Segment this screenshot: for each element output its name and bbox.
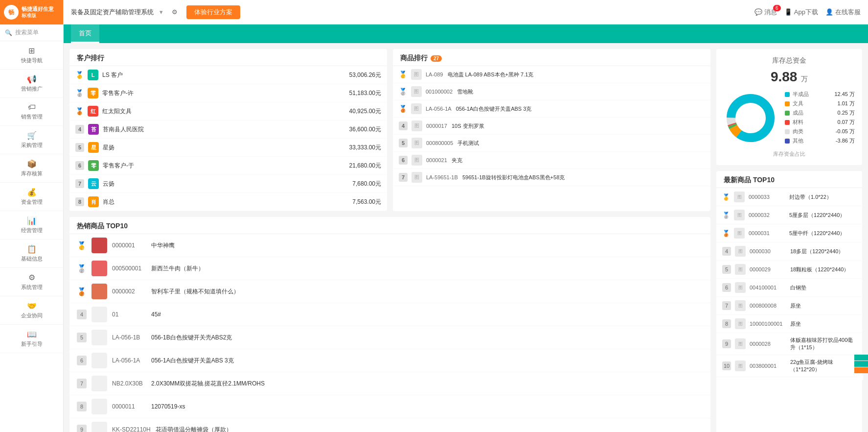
latest-product-code: 0000032 (749, 212, 785, 218)
sidebar-item-operations[interactable]: 📊 经营管理 (0, 211, 63, 240)
cs-hotline-button[interactable]: 客服热线 (854, 355, 868, 360)
legend-value: 12.45 万 (834, 91, 855, 98)
product-info: 0000021 夹克 (426, 157, 705, 164)
sidebar-item-guide[interactable]: 📖 新手引导 (0, 325, 63, 353)
product-rank-item: 4 图 0000017 10S 变刑罗浆 (393, 118, 710, 135)
sidebar: 畅 畅捷通好生意 标准版 🔍 搜索菜单 ⊞ 快捷导航 📢 营销推广 🏷 销售管理… (0, 0, 64, 432)
hot-product-name: 056-1A白色按键开关盖ABS 3克 (151, 357, 234, 365)
latest-product-item: 9 图 0000028 体贩嘉核味苏打饮品400毫升（1*15） (716, 333, 862, 355)
message-badge[interactable]: 💬 消息 6 (754, 8, 777, 17)
rank-number: 10 (722, 361, 731, 370)
hot-product-image (91, 353, 107, 368)
tab-home[interactable]: 首页 (71, 24, 99, 43)
product-thumb: 图 (411, 155, 422, 166)
purchase-icon: 🛒 (27, 131, 37, 140)
rank-medal-icon: 🥈 (722, 212, 730, 219)
latest-product-name: 体贩嘉核味苏打饮品400毫升（1*15） (790, 336, 856, 351)
product-ranking-header: 商品排行 27 (393, 49, 710, 66)
product-code: LA-089 (426, 72, 443, 77)
inventory-icon: 📦 (27, 159, 37, 168)
trial-button[interactable]: 体验行业方案 (186, 5, 240, 19)
sidebar-item-purchase[interactable]: 🛒 采购管理 (0, 126, 63, 154)
rank-name: 苔南县人民医院 (103, 125, 345, 134)
inventory-subtitle: 库存资金占比 (724, 150, 855, 158)
legend-name: 成品 (793, 109, 835, 117)
hot-product-item: 8 0000011 12070519-xs (69, 395, 710, 418)
latest-product-item: 🥈 图 0000032 5厘多层（1220*2440） (716, 206, 862, 224)
sidebar-item-sales[interactable]: 🏷 销售管理 (0, 98, 63, 126)
sidebar-item-basic-info[interactable]: 📋 基础信息 (0, 240, 63, 268)
logo-subtitle: 标准版 (22, 12, 54, 19)
app-download-label: App下载 (794, 8, 818, 17)
rank-number: 8 (77, 402, 87, 411)
product-rank-item: 5 图 000800005 手机测试 (393, 135, 710, 152)
latest-product-code: 000800008 (750, 303, 786, 309)
hot-product-name: 45# (151, 311, 161, 318)
product-thumb: 图 (411, 103, 422, 114)
inventory-amount: 9.88 (771, 69, 798, 84)
rank-medal-icon: 🥉 (77, 287, 87, 296)
legend-value: -0.05 万 (836, 128, 855, 135)
sidebar-item-marketing[interactable]: 📢 营销推广 (0, 70, 63, 98)
product-thumb: 图 (411, 86, 422, 97)
legend-name: 半成品 (793, 91, 831, 98)
marketing-icon: 📢 (27, 74, 37, 84)
sidebar-item-quick-nav[interactable]: ⊞ 快捷导航 (0, 41, 63, 70)
rank-name: 肖总 (103, 198, 348, 206)
dropdown-arrow-icon[interactable]: ▾ (160, 8, 163, 16)
sidebar-item-system[interactable]: ⚙ 系统管理 (0, 268, 63, 296)
hot-product-name: 056-1B白色按键开关壳ABS2克 (151, 334, 232, 342)
logo-icon: 畅 (4, 5, 19, 20)
latest-product-thumb: 图 (735, 282, 746, 293)
legend-item: 肉类 -0.05 万 (785, 128, 855, 135)
sidebar-item-label: 库存核算 (21, 170, 43, 177)
rank-number: 5 (399, 139, 408, 147)
cs-community-button[interactable]: 服务社区 (854, 361, 868, 367)
rank-number: 5 (722, 265, 731, 274)
rank-avatar: 星 (88, 142, 99, 153)
latest-product-item: 8 图 10000100001 原坐 (716, 315, 862, 333)
sidebar-item-label: 系统管理 (21, 284, 43, 291)
rank-name: 零售客户-于 (103, 162, 345, 170)
online-service-badge[interactable]: 👤 在线客服 (825, 8, 861, 17)
latest-product-thumb: 图 (735, 300, 746, 311)
hot-product-item: 6 LA-056-1A 056-1A白色按键开关盖ABS 3克 (69, 349, 710, 372)
rank-number: 9 (77, 425, 87, 432)
rank-medal-icon: 🥇 (722, 193, 730, 201)
inventory-unit: 万 (801, 75, 808, 83)
rank-number: 8 (722, 319, 731, 328)
sidebar-item-inventory[interactable]: 📦 库存核算 (0, 154, 63, 183)
settings-icon[interactable]: ⚙ (172, 8, 178, 16)
rank-amount: 33,333.00元 (349, 144, 381, 152)
cs-live-button[interactable]: 直播 (854, 367, 868, 373)
hot-product-image (91, 376, 107, 391)
sidebar-item-cooperation[interactable]: 🤝 企业协同 (0, 296, 63, 325)
sidebar-search[interactable]: 🔍 搜索菜单 (0, 24, 63, 41)
hot-product-name: 中华神鹰 (151, 241, 175, 250)
app-download-badge[interactable]: 📱 App下载 (784, 8, 818, 17)
rank-number: 4 (77, 310, 87, 319)
rank-avatar: 肖 (88, 196, 99, 207)
online-service-label: 在线客服 (835, 8, 861, 17)
header: 装备及固定资产辅助管理系统 ▾ ⚙ 体验行业方案 💬 消息 6 📱 App下载 … (64, 0, 868, 24)
customer-rank-item: 6 零 零售客户-于 21,680.00元 (69, 157, 387, 175)
legend-value: -3.86 万 (836, 137, 855, 144)
rank-number: 4 (75, 125, 84, 134)
product-thumb: 图 (411, 138, 422, 148)
rank-avatar: 红 (88, 106, 98, 117)
legend-dot (785, 120, 790, 125)
rank-amount: 7,680.00元 (352, 180, 381, 188)
legend-item: 材料 0.07 万 (785, 119, 855, 126)
hot-products-list: 🥇 0000001 中华神鹰 🥈 000500001 新西兰牛肉（新牛） 🥉 0… (69, 234, 710, 432)
inventory-total: 9.88 万 (724, 69, 855, 85)
latest-products-panel: 最新商品 TOP10 🥇 图 0000033 封边带（1.0*22） 🥈 图 0… (716, 171, 862, 432)
sidebar-item-finance[interactable]: 💰 资金管理 (0, 183, 63, 211)
rank-medal-icon: 🥇 (399, 71, 407, 78)
latest-product-item: 10 图 003800001 22g鱼豆腐-烧烤味（1*12*20） (716, 355, 862, 377)
hot-product-item: 🥇 0000001 中华神鹰 (69, 234, 710, 257)
product-name: 056-1A白色按键开关盖ABS 3克 (456, 106, 532, 112)
main-content: 客户排行 🥇 L LS 客户 53,006.26元 🥈 零 零售客户-许 51,… (64, 43, 716, 432)
latest-product-thumb: 图 (735, 338, 746, 349)
sidebar-item-label: 经营管理 (21, 227, 43, 234)
customer-rank-item: 🥈 零 零售客户-许 51,183.00元 (69, 84, 387, 102)
